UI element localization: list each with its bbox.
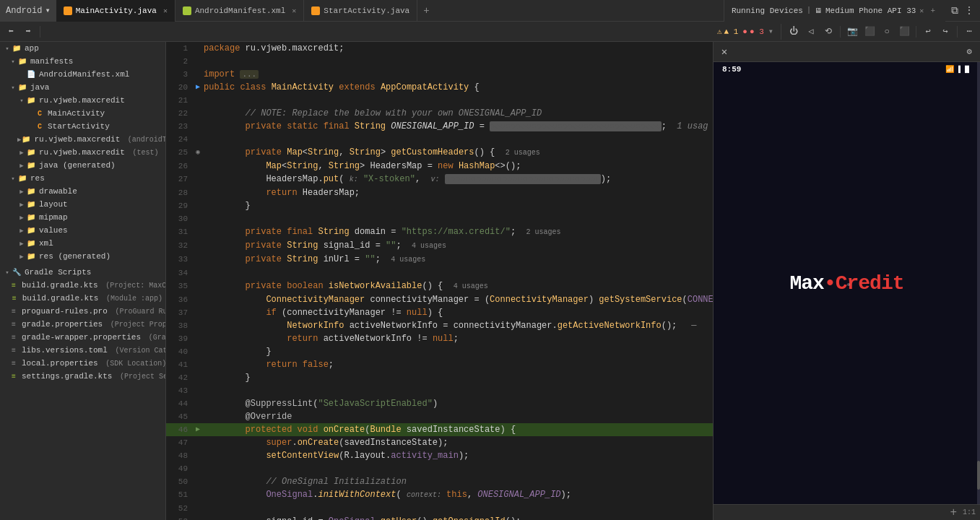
warning-chevron[interactable]: ▾	[768, 26, 773, 37]
sidebar-item-build-gradle-project[interactable]: ≡ build.gradle.kts (Project: MaxCredit)	[0, 279, 165, 292]
tab-android-manifest-close[interactable]: ✕	[292, 6, 296, 15]
redo-icon[interactable]: ↪	[937, 24, 953, 40]
code-editor: 1 package ru.vjweb.maxcredit; 2 3 import…	[166, 42, 713, 520]
sidebar-item-java[interactable]: ▾ 📁 java	[0, 81, 165, 94]
line-content-26: Map<String, String> HeadersMap = new Has…	[201, 160, 713, 173]
warning-icon: ⚠	[717, 27, 722, 36]
tab-android-manifest[interactable]: AndroidManifest.xml ✕	[175, 0, 304, 22]
folder-mipmap-icon: 📁	[26, 212, 36, 222]
sidebar-item-androidmanifest[interactable]: 📄 AndroidManifest.xml	[0, 68, 165, 81]
arrow-drawable: ▶	[17, 188, 26, 196]
restore-window-icon[interactable]: ⧉	[950, 4, 960, 18]
proguard-icon: ≡	[9, 306, 19, 316]
back-button[interactable]: ⬅	[3, 24, 19, 40]
sidebar-item-mainactivity[interactable]: C MainActivity	[0, 107, 165, 120]
sidebar-item-gradle-scripts[interactable]: ▾ 🔧 Gradle Scripts	[0, 266, 165, 279]
line-number-40: 40	[166, 345, 195, 358]
android-menu[interactable]: Android ▾	[0, 0, 56, 21]
sidebar-item-build-gradle-module[interactable]: ≡ build.gradle.kts (Module :app)	[0, 292, 165, 305]
folder-java-generated-icon: 📁	[26, 160, 36, 170]
sidebar-item-values[interactable]: ▶ 📁 values	[0, 224, 165, 237]
line-content-35: private boolean isNetworkAvailable() { 4…	[201, 280, 713, 293]
sidebar-item-androidtest[interactable]: ▶ 📁 ru.vjweb.maxcredit (androidTest)	[0, 133, 165, 146]
line-content-1: package ru.vjweb.maxcredit;	[201, 42, 713, 55]
error-badge[interactable]: ● ● 3	[742, 27, 763, 36]
sidebar-item-libs-versions[interactable]: ≡ libs.versions.toml (Version Catalog)	[0, 344, 165, 357]
sidebar-item-gradle-properties[interactable]: ≡ gradle.properties (Project Properties)	[0, 318, 165, 331]
line-number-37: 37	[166, 306, 195, 319]
stop-icon[interactable]: ⬛	[896, 24, 912, 40]
code-line-52: 52	[166, 502, 713, 515]
sidebar-item-gradle-wrapper[interactable]: ≡ gradle-wrapper.properties (Gradle Ve..…	[0, 331, 165, 344]
home-icon[interactable]: ○	[879, 24, 895, 40]
code-area[interactable]: 1 package ru.vjweb.maxcredit; 2 3 import…	[166, 42, 713, 520]
line-number-21: 21	[166, 94, 195, 107]
android-dropdown-icon[interactable]: ▾	[45, 5, 50, 16]
device-tab-close[interactable]: ✕	[919, 6, 924, 15]
new-tab-button[interactable]: +	[927, 6, 938, 15]
sidebar-item-java-generated[interactable]: ▶ 📁 java (generated)	[0, 159, 165, 172]
bookmark-icon-25: ◉	[196, 146, 199, 159]
sidebar-item-xml[interactable]: ▶ 📁 xml	[0, 237, 165, 250]
sidebar-item-manifests[interactable]: ▾ 📁 manifests	[0, 55, 165, 68]
line-content-38: NetworkInfo activeNetworkInfo = connecti…	[201, 319, 713, 332]
device-close-button[interactable]: ✕	[716, 44, 732, 60]
device-screen: 8:59 📶 ▐ ▐▌ Max•Credit	[714, 62, 980, 504]
running-devices-tab: Running Devices | 🖥 Medium Phone API 33 …	[724, 0, 945, 22]
screenshot-icon[interactable]: 📷	[844, 24, 860, 40]
tab-main-activity-close[interactable]: ✕	[163, 6, 168, 15]
line-content-41: return false;	[201, 358, 713, 371]
back-device-icon[interactable]: ◁	[803, 24, 819, 40]
sidebar-item-test[interactable]: ▶ 📁 ru.vjweb.maxcredit (test)	[0, 146, 165, 159]
logo-text-white: Max	[789, 272, 823, 295]
sidebar-item-app[interactable]: ▾ 📁 app	[0, 42, 165, 55]
more-device-options[interactable]: ⋯	[961, 24, 977, 40]
line-number-31: 31	[166, 225, 195, 238]
tabs-area: MainActivity.java ✕ AndroidManifest.xml …	[56, 0, 724, 22]
logo-dot: •	[824, 272, 836, 295]
line-number-38: 38	[166, 319, 195, 332]
sidebar-item-settings-gradle[interactable]: ≡ settings.gradle.kts (Project Settings)	[0, 370, 165, 383]
rotate-icon[interactable]: ⟲	[820, 24, 836, 40]
folder-xml-icon: 📁	[26, 238, 36, 248]
sidebar-item-proguard[interactable]: ≡ proguard-rules.pro (ProGuard Rules fo.…	[0, 305, 165, 318]
libs-versions-icon: ≡	[9, 345, 19, 355]
sidebar-item-package[interactable]: ▾ 📁 ru.vjweb.maxcredit	[0, 94, 165, 107]
undo-icon[interactable]: ↩	[920, 24, 936, 40]
line-content-33: private String inUrl = ""; 4 usages	[201, 253, 713, 266]
sidebar-item-local-properties[interactable]: ≡ local.properties (SDK Location)	[0, 357, 165, 370]
tab-start-activity[interactable]: StartActivity.java	[304, 0, 417, 22]
sidebar-item-res-generated[interactable]: ▶ 📁 res (generated)	[0, 250, 165, 263]
forward-button[interactable]: ➡	[20, 24, 36, 40]
xml-icon	[183, 6, 191, 15]
sidebar-item-startactivity[interactable]: C StartActivity	[0, 120, 165, 133]
code-line-38: 38 NetworkInfo activeNetworkInfo = conne…	[166, 319, 713, 332]
add-tab-button[interactable]: +	[417, 5, 435, 17]
gradle-project-icon: ≡	[9, 280, 19, 290]
sidebar-label-gradle-properties: gradle.properties (Project Properties)	[22, 320, 166, 329]
sidebar-item-layout[interactable]: ▶ 📁 layout	[0, 198, 165, 211]
sidebar-label-mipmap: mipmap	[39, 213, 68, 222]
sidebar-item-mipmap[interactable]: ▶ 📁 mipmap	[0, 211, 165, 224]
sidebar-item-drawable[interactable]: ▶ 📁 drawable	[0, 185, 165, 198]
add-device-button[interactable]: +	[950, 506, 957, 519]
code-line-23: 23 private static final String ONESIGNAL…	[166, 120, 713, 133]
line-marker-25: ◉	[195, 146, 201, 159]
sidebar-label-package: ru.vjweb.maxcredit	[39, 96, 125, 105]
device-scrollbar-thumb[interactable]	[977, 461, 980, 490]
screen-record-icon[interactable]: ⬛	[862, 24, 877, 40]
arrow-res: ▾	[9, 175, 17, 183]
device-scrollbar[interactable]	[977, 62, 980, 504]
code-line-31: 31 private final String domain = "https:…	[166, 225, 713, 239]
warning-badge[interactable]: ⚠ ▲ 1	[717, 27, 738, 36]
more-options-icon[interactable]: ⋮	[963, 3, 976, 18]
line-content-37: if (connectivityManager != null) {	[201, 306, 713, 319]
sidebar-item-res[interactable]: ▾ 📁 res	[0, 172, 165, 185]
folder-drawable-icon: 📁	[26, 186, 36, 196]
power-icon[interactable]: ⏻	[786, 24, 802, 40]
sidebar-label-proguard: proguard-rules.pro (ProGuard Rules fo...	[22, 307, 166, 316]
tab-main-activity[interactable]: MainActivity.java ✕	[56, 0, 175, 22]
code-line-39: 39 return activeNetworkInfo != null;	[166, 332, 713, 345]
line-content-28: return HeadersMap;	[201, 186, 713, 199]
device-settings-icon[interactable]: ⚙	[961, 44, 977, 60]
